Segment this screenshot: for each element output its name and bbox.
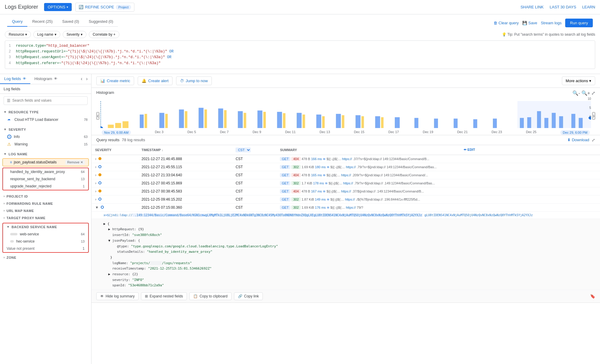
- jump-to-now-button[interactable]: ⏱ Jump to now: [176, 76, 212, 85]
- edit-columns-button[interactable]: ✏ EDIT: [464, 148, 596, 152]
- share-link-button[interactable]: SHARE LINK: [520, 5, 544, 9]
- timestamp-cell: 2021-12-27 21:46:45.888: [138, 155, 232, 163]
- summary-cell: GET 404 478 B 166 ms ≋ ${(:-j)${:... htt…: [276, 155, 600, 163]
- panel-tab-logfields[interactable]: Log fields 👁: [0, 74, 30, 84]
- zone-header[interactable]: › ZONE: [0, 254, 91, 261]
- field-cloud-http-lb[interactable]: ☁ Cloud HTTP Load Balancer 78: [0, 116, 91, 124]
- histogram-next-button[interactable]: ›: [592, 112, 595, 120]
- save-button[interactable]: 💾 Save: [522, 21, 537, 25]
- row-expand-3[interactable]: ›: [95, 173, 96, 177]
- field-count-warning: 15: [84, 142, 88, 146]
- stream-logs-button[interactable]: Stream logs: [541, 21, 562, 25]
- svg-rect-9: [185, 111, 187, 128]
- backend-service-header[interactable]: ▼ BACKEND SERVICE NAME: [3, 223, 88, 231]
- query-editor: 1 resource.type="http_load_balancer" 2 h…: [5, 40, 595, 69]
- last-days-button[interactable]: LAST 30 DAYS: [550, 5, 576, 9]
- tab-query[interactable]: Query: [7, 17, 27, 27]
- panel-expand-button[interactable]: ›: [85, 76, 89, 82]
- svg-rect-7: [165, 114, 168, 128]
- summary-cell: GET 404 478 B 165 ms ≋ ${(-j)${:... http…: [276, 171, 600, 179]
- search-fields-input[interactable]: [12, 98, 84, 103]
- field-handled-by-iap[interactable]: handled_by_identity_aware_proxy 64: [3, 168, 88, 175]
- target-proxy-header[interactable]: › TARGET PROXY NAME: [0, 214, 91, 222]
- row-expand-1[interactable]: ›: [95, 157, 96, 161]
- expanded-log-tree: ▶ { ▶ httpRequest: {9} insertId: "sve388…: [92, 219, 600, 290]
- field-response-sent[interactable]: response_sent_by_backend 13: [3, 175, 88, 183]
- svg-rect-6: [159, 113, 164, 128]
- create-alert-button[interactable]: 🔔 Create alert: [138, 76, 172, 85]
- backend-service-section: ▼ BACKEND SERVICE NAME web-service 64 he…: [2, 223, 89, 253]
- resource-chip[interactable]: Resource ▾: [5, 31, 31, 38]
- search-fields-container: ☰: [4, 96, 88, 105]
- field-warning[interactable]: ⚠ Warning 15: [0, 140, 91, 148]
- row-expand-6[interactable]: ›: [95, 197, 96, 201]
- project-id-label: PROJECT ID: [7, 195, 28, 198]
- refine-scope-icon: 🔄: [79, 5, 83, 9]
- expand-nested-button[interactable]: ⊞ Expand nested fields: [141, 292, 187, 300]
- svg-rect-41: [552, 113, 556, 128]
- severity-chip[interactable]: Severity ▾: [63, 31, 86, 38]
- project-id-header[interactable]: › PROJECT ID: [0, 193, 91, 200]
- more-actions-button[interactable]: Hide log summary More actions ▾: [562, 76, 595, 85]
- tab-recent[interactable]: Recent (25): [27, 17, 57, 27]
- tab-suggested[interactable]: Suggested (0): [84, 17, 118, 27]
- run-query-button[interactable]: Run query: [565, 19, 593, 27]
- copy-link-button[interactable]: 🔗 Copy link: [234, 292, 263, 300]
- top-nav: Logs Explorer OPTIONS 🔄 REFINE SCOPE Pro…: [0, 0, 600, 14]
- hide-summary-button[interactable]: 👁 Hide log summary: [96, 292, 139, 300]
- table-row: › 2021-12-25 09:46:15.202 CST GET 302 1.…: [92, 195, 600, 203]
- warning-icon: ⚠: [7, 142, 12, 147]
- url-map-chevron: ›: [4, 209, 5, 212]
- learn-button[interactable]: LEARN: [582, 5, 595, 9]
- more-actions-chevron: ▾: [589, 79, 591, 83]
- field-json-payload[interactable]: ≡ json_payload.statusDetails Remove ✕: [2, 158, 89, 166]
- correlate-chip[interactable]: Correlate by +: [89, 31, 119, 38]
- content-actions-bar: 📊 Hide log summary Create metric 🔔 Creat…: [92, 74, 600, 88]
- field-hec-service[interactable]: hec-service 13: [3, 238, 88, 245]
- copy-clipboard-button[interactable]: 📋 Copy to clipboard: [189, 292, 231, 300]
- panel-tab-histogram[interactable]: Histogram 👁: [30, 74, 62, 84]
- severity-header[interactable]: ▼ SEVERITY: [0, 126, 91, 133]
- log-name-label: LOG NAME: [8, 152, 27, 156]
- svg-rect-43: [572, 114, 575, 128]
- field-info[interactable]: i Info 63: [0, 133, 91, 140]
- bookmark-icon[interactable]: 🔖: [590, 294, 595, 299]
- tab-saved[interactable]: Saved (0): [57, 17, 84, 27]
- url-map-header[interactable]: › URL MAP NAME: [0, 207, 91, 214]
- download-button[interactable]: ⬇ Download: [567, 138, 589, 142]
- zoom-in-button[interactable]: 🔍+: [581, 90, 590, 96]
- clear-query-button[interactable]: 🗑 Clear query: [494, 21, 519, 25]
- log-name-header[interactable]: ▼ LOG NAME: [0, 151, 91, 158]
- row-expand-2[interactable]: ›: [95, 165, 96, 169]
- panel-collapse-button[interactable]: ‹: [80, 76, 83, 82]
- info-dot: [98, 165, 101, 168]
- forwarding-rule-header[interactable]: › FORWARDING RULE NAME: [0, 200, 91, 207]
- resource-type-header[interactable]: ▼ RESOURCE TYPE: [0, 109, 91, 116]
- row-expand-5[interactable]: ›: [95, 189, 96, 193]
- field-web-service[interactable]: web-service 64: [3, 231, 88, 238]
- svg-rect-44: [579, 118, 583, 128]
- expand-results-button[interactable]: ⤢: [592, 138, 595, 142]
- severity-section: ▼ SEVERITY i Info 63 ⚠ Warning 15: [0, 125, 91, 149]
- log-name-highlighted-group: handled_by_identity_aware_proxy 64 respo…: [2, 168, 89, 190]
- log-fields-header: Log fields: [0, 84, 91, 94]
- row-expand-4[interactable]: ›: [95, 181, 96, 185]
- timezone-select[interactable]: CST UTC PST: [236, 148, 251, 152]
- field-upgrade-header[interactable]: upgrade_header_rejected 1: [3, 183, 88, 190]
- zoom-out-button[interactable]: 🔍-: [572, 90, 580, 96]
- field-name-warning: Warning: [14, 142, 84, 146]
- svg-rect-24: [336, 114, 341, 128]
- histogram-prev-button[interactable]: ‹: [96, 112, 99, 120]
- results-header: Query results 78 log results ⬇ Download …: [92, 135, 600, 145]
- create-metric-button[interactable]: 📊 Hide log summary Create metric: [96, 76, 134, 85]
- refine-scope-button[interactable]: 🔄 REFINE SCOPE Project: [75, 3, 134, 12]
- severity-cell: ›: [92, 179, 138, 187]
- remove-button[interactable]: Remove ✕: [65, 160, 85, 165]
- expand-histogram-button[interactable]: ⤢: [591, 90, 595, 96]
- options-button[interactable]: OPTIONS: [44, 3, 72, 11]
- row-collapse-7[interactable]: ▼: [95, 205, 99, 210]
- logname-chip[interactable]: Log name ▾: [33, 31, 60, 38]
- resource-type-label: RESOURCE TYPE: [8, 110, 39, 114]
- query-tabs: Query Recent (25) Saved (0) Suggested (0…: [7, 17, 118, 27]
- query-line-2: 2 httpRequest.requestUrl=~"(?i)(\$|\24)(…: [9, 49, 591, 55]
